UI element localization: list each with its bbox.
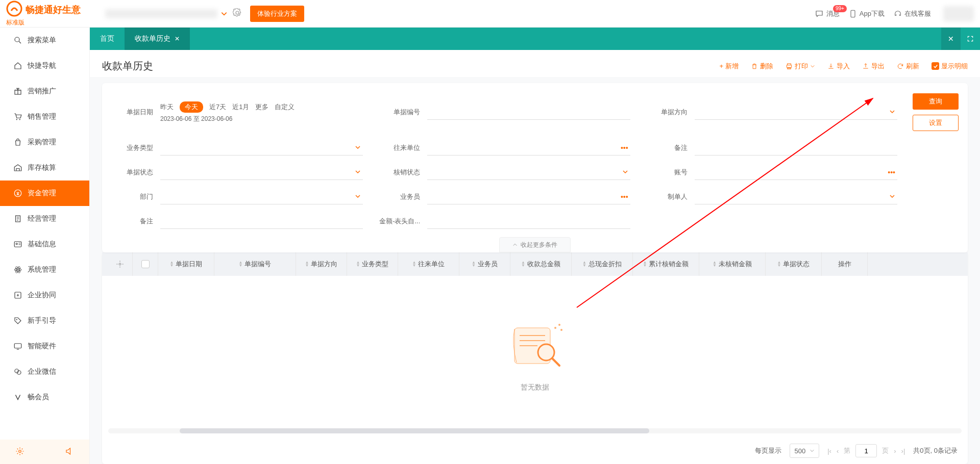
sidebar-item-operation[interactable]: 经营管理 xyxy=(0,206,89,231)
refresh-icon xyxy=(897,63,904,70)
column-header[interactable]: 操作 xyxy=(822,252,868,276)
trash-icon xyxy=(751,63,758,70)
first-page-button[interactable]: |‹ xyxy=(827,447,831,455)
add-button[interactable]: +新增 xyxy=(719,62,739,71)
data-table: ▲▼单据日期▲▼单据编号▲▼单据方向▲▼业务类型▲▼往来单位▲▼业务员▲▼收款总… xyxy=(102,252,968,464)
sidebar-item-quick-nav[interactable]: 快捷导航 xyxy=(0,53,89,79)
sidebar-item-label: 智能硬件 xyxy=(28,342,56,351)
prev-page-button[interactable]: ‹ xyxy=(837,447,839,455)
close-tab-icon[interactable]: ✕ xyxy=(175,35,180,42)
filter-remark2[interactable]: 备注 xyxy=(111,214,363,229)
show-detail-toggle[interactable]: 显示明细 xyxy=(932,62,968,71)
column-header[interactable]: ▲▼未核销金额 xyxy=(699,252,766,276)
sidebar-item-inventory[interactable]: 库存核算 xyxy=(0,155,89,181)
sidebar-item-enterprise[interactable]: 企业协同 xyxy=(0,282,89,308)
search-button[interactable]: 查询 xyxy=(913,93,959,110)
filter-biztype[interactable]: 业务类型 xyxy=(111,140,363,156)
filter-amount[interactable]: 金额-表头自... xyxy=(378,214,630,229)
sidebar-item-marketing[interactable]: 营销推广 xyxy=(0,79,89,104)
try-solution-button[interactable]: 体验行业方案 xyxy=(250,6,304,22)
filter-dept[interactable]: 部门 xyxy=(111,189,363,204)
chevron-down-icon xyxy=(355,193,361,201)
sidebar-item-guide[interactable]: 新手引导 xyxy=(0,308,89,333)
plus-icon: + xyxy=(719,62,723,70)
page-size-select[interactable]: 500 xyxy=(790,444,819,458)
refresh-button[interactable]: 刷新 xyxy=(897,62,919,71)
sidebar-item-sales[interactable]: 销售管理 xyxy=(0,104,89,130)
column-header[interactable]: ▲▼单据方向 xyxy=(296,252,347,276)
date-option[interactable]: 昨天 xyxy=(160,102,174,112)
column-header[interactable]: ▲▼收款总金额 xyxy=(510,252,572,276)
date-option[interactable]: 近7天 xyxy=(209,102,226,112)
org-selector[interactable] xyxy=(105,9,228,18)
sidebar-item-vip[interactable]: 畅会员 xyxy=(0,384,89,410)
column-header[interactable]: ▲▼单据编号 xyxy=(214,252,296,276)
column-header[interactable]: ▲▼累计核销金额 xyxy=(633,252,699,276)
column-header[interactable]: ▲▼单据状态 xyxy=(766,252,822,276)
sidebar-item-purchase[interactable]: 采购管理 xyxy=(0,130,89,155)
sidebar-item-basic[interactable]: 基础信息 xyxy=(0,231,89,257)
brand-edition: 标准版 xyxy=(6,18,81,27)
filter-party[interactable]: 往来单位••• xyxy=(378,140,630,156)
close-all-tabs-icon[interactable]: ✕ xyxy=(941,28,961,50)
filter-date: 单据日期 昨天今天近7天近1月更多自定义 2023-06-06 至 2023-0… xyxy=(111,93,363,131)
atom-icon xyxy=(13,265,22,274)
filter-writeoff[interactable]: 核销状态 xyxy=(378,165,630,180)
import-button[interactable]: 导入 xyxy=(827,62,850,71)
sidebar-item-smart-hw[interactable]: 智能硬件 xyxy=(0,333,89,359)
svg-point-5 xyxy=(16,119,17,120)
filter-status[interactable]: 单据状态 xyxy=(111,165,363,180)
filter-direction[interactable]: 单据方向 xyxy=(646,93,897,131)
horizontal-scrollbar[interactable] xyxy=(108,428,962,433)
filter-doc-no[interactable]: 单据编号 xyxy=(378,93,630,131)
date-option[interactable]: 更多 xyxy=(255,102,268,112)
collapse-filters-button[interactable]: 收起更多条件 xyxy=(499,237,571,252)
filter-remark[interactable]: 备注 xyxy=(646,140,897,156)
svg-point-11 xyxy=(17,269,19,271)
sidebar-sound-icon[interactable] xyxy=(65,447,74,457)
export-button[interactable]: 导出 xyxy=(862,62,885,71)
column-header[interactable]: ▲▼业务类型 xyxy=(347,252,398,276)
column-header[interactable]: ▲▼往来单位 xyxy=(398,252,459,276)
table-settings-icon[interactable] xyxy=(107,252,133,276)
sidebar-settings-icon[interactable] xyxy=(15,447,24,457)
date-option[interactable]: 近1月 xyxy=(232,102,249,112)
filter-creator[interactable]: 制单人 xyxy=(646,189,897,204)
sidebar-item-funds[interactable]: 资金管理 xyxy=(0,181,89,206)
sidebar-item-system[interactable]: 系统管理 xyxy=(0,257,89,282)
sort-icon: ▲▼ xyxy=(777,261,781,267)
svg-line-3 xyxy=(19,41,21,43)
chat-icon xyxy=(815,9,824,18)
chevron-down-icon xyxy=(220,10,228,17)
sort-icon: ▲▼ xyxy=(713,261,717,267)
delete-button[interactable]: 删除 xyxy=(751,62,773,71)
sidebar-item-search-menu[interactable]: 搜索菜单 xyxy=(0,28,89,53)
date-option[interactable]: 今天 xyxy=(180,101,203,113)
chevron-down-icon xyxy=(889,108,895,116)
tab-home[interactable]: 首页 xyxy=(90,28,125,50)
customer-service-button[interactable]: 在线客服 xyxy=(894,9,931,18)
sidebar-item-wechat[interactable]: 企业微信 xyxy=(0,359,89,384)
sort-icon: ▲▼ xyxy=(305,261,309,267)
svg-point-6 xyxy=(19,119,20,120)
last-page-button[interactable]: ›| xyxy=(901,447,905,455)
column-header[interactable]: ▲▼业务员 xyxy=(459,252,510,276)
fullscreen-icon[interactable] xyxy=(961,28,980,50)
select-all-checkbox[interactable] xyxy=(133,252,158,276)
page-input[interactable] xyxy=(855,444,877,457)
column-header[interactable]: ▲▼总现金折扣 xyxy=(572,252,633,276)
sort-icon: ▲▼ xyxy=(356,261,360,267)
messages-button[interactable]: 消息 99+ xyxy=(815,9,840,18)
print-button[interactable]: 打印 xyxy=(786,62,815,71)
filter-account[interactable]: 账号••• xyxy=(646,165,897,180)
org-settings-icon[interactable] xyxy=(233,8,242,19)
user-avatar[interactable] xyxy=(943,6,974,21)
tab-receipt-history[interactable]: 收款单历史 ✕ xyxy=(125,28,190,50)
date-option[interactable]: 自定义 xyxy=(275,102,295,112)
filter-operator[interactable]: 业务员••• xyxy=(378,189,630,204)
sidebar-item-label: 经营管理 xyxy=(28,214,56,223)
app-download-button[interactable]: App下载 xyxy=(849,9,885,18)
next-page-button[interactable]: › xyxy=(894,447,896,455)
filter-settings-button[interactable]: 设置 xyxy=(913,115,959,131)
column-header[interactable]: ▲▼单据日期 xyxy=(158,252,214,276)
